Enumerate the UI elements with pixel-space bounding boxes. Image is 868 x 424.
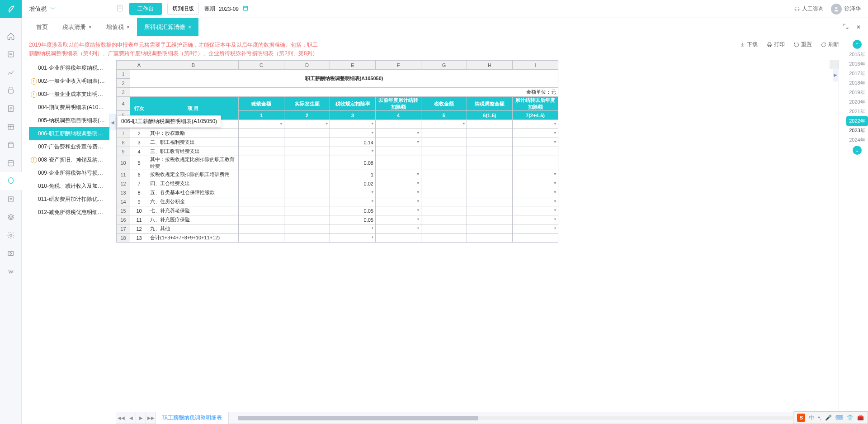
- app-logo[interactable]: [0, 0, 22, 18]
- nav-data-icon[interactable]: [0, 118, 22, 136]
- cell[interactable]: [421, 233, 467, 243]
- tab[interactable]: 增值税×: [99, 18, 137, 36]
- tax-type-dropdown[interactable]: 增值税 ﹀: [29, 5, 110, 13]
- form-list-item[interactable]: 011-研发费用加计扣除优惠...: [29, 193, 109, 206]
- tab[interactable]: 所得税汇算清缴×: [137, 18, 198, 36]
- cell-rowno[interactable]: 7: [130, 179, 148, 188]
- col-header[interactable]: D: [284, 61, 330, 70]
- sheet-nav-prev-icon[interactable]: ◀: [126, 412, 136, 424]
- cell[interactable]: [467, 188, 513, 197]
- sheet-horizontal-scrollbar[interactable]: [238, 415, 839, 421]
- col-header[interactable]: B: [148, 61, 239, 70]
- cell[interactable]: [239, 233, 284, 243]
- tab[interactable]: 首页: [29, 18, 55, 36]
- cell[interactable]: *: [376, 224, 421, 233]
- nav-report-icon[interactable]: [0, 100, 22, 118]
- form-list-item[interactable]: 007-广告费和业务宣传费跨...: [29, 140, 109, 153]
- cell[interactable]: [467, 147, 513, 156]
- cell[interactable]: *: [376, 138, 421, 147]
- cell-item[interactable]: 四、工会经费支出: [148, 179, 239, 188]
- cell[interactable]: [284, 138, 330, 147]
- cell[interactable]: [421, 138, 467, 147]
- reset-button[interactable]: 重置: [794, 41, 812, 48]
- period-selector[interactable]: 账期 2023-09: [204, 5, 249, 13]
- cell[interactable]: *: [330, 129, 376, 138]
- cell-rowno[interactable]: 13: [130, 233, 148, 243]
- cell[interactable]: [376, 156, 421, 170]
- col-header[interactable]: F: [376, 61, 421, 70]
- cell[interactable]: *: [513, 206, 558, 215]
- cell[interactable]: [421, 224, 467, 233]
- row-header[interactable]: 14: [117, 197, 130, 206]
- sheet-nav-last-icon[interactable]: ▶▶: [146, 412, 156, 424]
- nav-calendar-icon[interactable]: [0, 154, 22, 172]
- nav-home-icon[interactable]: [0, 27, 22, 45]
- cell-rowno[interactable]: 12: [130, 224, 148, 233]
- cell-rowno[interactable]: 10: [130, 206, 148, 215]
- cell-rowno[interactable]: 4: [130, 147, 148, 156]
- row-header[interactable]: 12: [117, 179, 130, 188]
- cell-rowno[interactable]: 8: [130, 188, 148, 197]
- print-button[interactable]: 打印: [767, 41, 785, 48]
- cell[interactable]: [467, 224, 513, 233]
- cell[interactable]: [284, 233, 330, 243]
- nav-assets-icon[interactable]: [0, 81, 22, 100]
- sheet-tab[interactable]: 职工薪酬纳税调整明细表: [156, 412, 229, 424]
- cell-rowno[interactable]: 3: [130, 138, 148, 147]
- cell-item[interactable]: 七、补充养老保险: [148, 206, 239, 215]
- row-header[interactable]: 15: [117, 206, 130, 215]
- cell[interactable]: [239, 179, 284, 188]
- ime-skin-icon[interactable]: 👕: [847, 414, 854, 421]
- row-header[interactable]: 16: [117, 215, 130, 224]
- nav-invoice-icon[interactable]: [0, 190, 22, 208]
- row-header[interactable]: 7: [117, 129, 130, 138]
- expand-right-panel-button[interactable]: ▶: [833, 68, 838, 81]
- cell[interactable]: [467, 129, 513, 138]
- cell[interactable]: [467, 156, 513, 170]
- cell-item[interactable]: 二、职工福利费支出: [148, 138, 239, 147]
- cell[interactable]: [239, 215, 284, 224]
- row-header[interactable]: 9: [117, 147, 130, 156]
- ime-mic-icon[interactable]: 🎤: [825, 414, 832, 421]
- cell[interactable]: [421, 147, 467, 156]
- cell[interactable]: *: [513, 188, 558, 197]
- cell[interactable]: [284, 215, 330, 224]
- row-header[interactable]: 3: [117, 88, 130, 97]
- nav-chart-icon[interactable]: [0, 63, 22, 81]
- nav-video-icon[interactable]: [0, 244, 22, 262]
- col-header[interactable]: I: [513, 61, 558, 70]
- col-header[interactable]: H: [467, 61, 513, 70]
- cell[interactable]: [284, 197, 330, 206]
- col-header[interactable]: G: [421, 61, 467, 70]
- cell[interactable]: *: [376, 179, 421, 188]
- close-icon[interactable]: ×: [89, 24, 92, 30]
- cell[interactable]: 0.05: [330, 215, 376, 224]
- cell[interactable]: [421, 188, 467, 197]
- cell[interactable]: [284, 129, 330, 138]
- cell[interactable]: [467, 170, 513, 179]
- cell[interactable]: [467, 138, 513, 147]
- nav-tax-icon[interactable]: [0, 172, 22, 190]
- row-header[interactable]: 11: [117, 170, 130, 179]
- close-all-tabs-icon[interactable]: ✕: [856, 24, 861, 30]
- nav-settings-icon[interactable]: [0, 226, 22, 244]
- cell[interactable]: [284, 156, 330, 170]
- close-icon[interactable]: ×: [188, 24, 191, 30]
- switch-old-button[interactable]: 切到旧版: [167, 3, 199, 15]
- col-header[interactable]: E: [330, 61, 376, 70]
- cell[interactable]: [239, 197, 284, 206]
- year-item[interactable]: 2018年: [846, 78, 868, 88]
- cell[interactable]: [239, 224, 284, 233]
- year-item[interactable]: 2024年: [846, 135, 868, 145]
- cell[interactable]: 0.02: [330, 179, 376, 188]
- cell-rowno[interactable]: 6: [130, 170, 148, 179]
- cell[interactable]: [421, 179, 467, 188]
- cell[interactable]: [513, 233, 558, 243]
- cell-rowno[interactable]: 11: [130, 215, 148, 224]
- year-item[interactable]: 2023年: [846, 126, 868, 135]
- cell-item[interactable]: 三、职工教育经费支出: [148, 147, 239, 156]
- form-list-item[interactable]: 006-职工薪酬纳税调整明细...: [29, 127, 109, 140]
- cell[interactable]: [239, 129, 284, 138]
- cell-item[interactable]: 八、补充医疗保险: [148, 215, 239, 224]
- year-item[interactable]: 2016年: [846, 59, 868, 69]
